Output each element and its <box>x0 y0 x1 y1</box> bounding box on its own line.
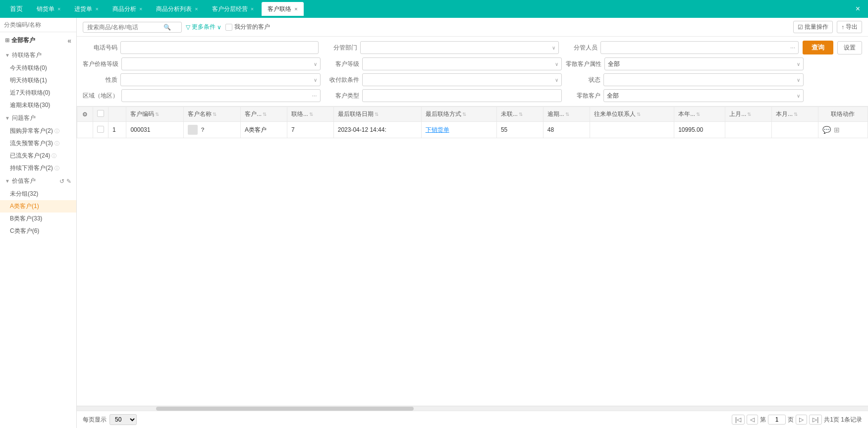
col-this-year[interactable]: 本年...⇅ <box>674 107 725 122</box>
grid-action-icon[interactable]: ⊞ <box>834 126 840 134</box>
nav-tab-customer-mgmt[interactable]: 客户分层经营 × <box>206 2 260 16</box>
filter-dept-select[interactable]: ∨ <box>360 41 558 54</box>
retail-arrow-icon: ∨ <box>797 93 800 99</box>
per-page-label: 每页显示 <box>83 416 107 424</box>
nav-tab-customer-mgmt-close[interactable]: × <box>251 6 254 12</box>
filter-nature-select[interactable]: ∨ <box>120 73 321 86</box>
sidebar-search-input[interactable] <box>4 21 77 28</box>
nav-tab-purchase-close[interactable]: × <box>95 6 98 12</box>
col-name[interactable]: 客户名称⇅ <box>183 107 240 122</box>
edit-icon[interactable]: ✎ <box>66 178 71 185</box>
price-arrow-icon: ∨ <box>314 61 317 67</box>
nav-tab-purchase-label: 进货单 <box>74 5 92 13</box>
col-code[interactable]: 客户编码⇅ <box>126 107 183 122</box>
nav-tab-customer-contact[interactable]: 客户联络 × <box>262 2 303 16</box>
last-page-btn[interactable]: ▷| <box>809 415 822 425</box>
filter-customer-type-input[interactable] <box>362 89 562 102</box>
nav-home[interactable]: 首页 <box>4 2 29 16</box>
filter-price-level-select[interactable]: ∨ <box>121 57 321 70</box>
cell-check[interactable] <box>93 122 108 138</box>
col-last-month[interactable]: 上月...⇅ <box>725 107 772 122</box>
cell-last-method[interactable]: 下销货单 <box>421 122 496 138</box>
filter-customer-level-select[interactable]: ∨ <box>362 57 562 70</box>
filter-status-select[interactable]: ∨ <box>603 73 804 86</box>
filter-region-select[interactable]: ··· <box>121 89 321 102</box>
adv-filter-row-4: 区域（地区） ··· 客户类型 零散客户 全部 ∨ <box>83 89 862 102</box>
filter-payment: 收付款条件 ∨ <box>325 73 562 86</box>
status-arrow-icon: ∨ <box>797 77 800 83</box>
export-button[interactable]: ↑ 导出 <box>837 21 862 33</box>
col-last-date[interactable]: 最后联络日期⇅ <box>333 107 421 122</box>
sidebar-item-unclassified[interactable]: 未分组(32) <box>0 188 76 200</box>
my-customer-checkbox[interactable] <box>225 24 232 31</box>
sidebar-section-problem[interactable]: ▼ 问题客户 <box>0 111 76 125</box>
col-contact[interactable]: 联络...⇅ <box>287 107 333 122</box>
my-customer-label: 我分管的客户 <box>234 23 270 31</box>
sidebar-item-class-a[interactable]: A类客户(1) <box>0 200 76 213</box>
filter-more-btn[interactable]: ▽ 更多条件 ∨ <box>186 23 221 31</box>
sidebar-item-declining[interactable]: 持续下滑客户(2) ⓘ <box>0 162 76 174</box>
sidebar-collapse-btn[interactable]: « <box>67 37 71 45</box>
page-number-input[interactable] <box>768 415 786 425</box>
filter-my-customer[interactable]: 我分管的客户 <box>225 23 270 31</box>
col-category[interactable]: 客户...⇅ <box>241 107 287 122</box>
uncontacted-sort-icon: ⇅ <box>519 111 523 117</box>
next-page-btn[interactable]: ▷ <box>796 415 807 425</box>
sidebar-item-churn-warning[interactable]: 流失预警客户(3) ⓘ <box>0 137 76 150</box>
filter-person-select[interactable]: ··· <box>600 41 799 54</box>
setting-button[interactable]: 设置 <box>837 41 862 54</box>
filter-phone-input[interactable] <box>120 41 319 54</box>
last-method-link[interactable]: 下销货单 <box>426 126 449 133</box>
col-overdue[interactable]: 逾期...⇅ <box>543 107 590 122</box>
nav-tab-purchase[interactable]: 进货单 × <box>68 2 104 16</box>
scrollbar-thumb[interactable] <box>156 407 414 411</box>
sidebar-item-class-b[interactable]: B类客户(33) <box>0 213 76 225</box>
message-icon[interactable]: 💬 <box>822 126 831 134</box>
filter-retail-attr-label: 零散客户属性 <box>566 60 601 68</box>
nav-tab-analysis[interactable]: 商品分析 × <box>107 2 148 16</box>
nav-tab-analysis-close[interactable]: × <box>139 6 142 12</box>
sidebar-section-value[interactable]: ▼ 价值客户 ↺ ✎ <box>0 174 76 188</box>
sidebar-item-tomorrow[interactable]: 明天待联络(1) <box>0 74 76 87</box>
filter-search-icon[interactable]: 🔍 <box>163 24 171 31</box>
nav-tab-sales[interactable]: 销货单 × <box>31 2 66 16</box>
per-page-select[interactable]: 50 100 200 <box>109 414 137 425</box>
sidebar-item-7days[interactable]: 近7天待联络(0) <box>0 87 76 99</box>
nav-tab-customer-contact-close[interactable]: × <box>294 6 297 12</box>
sidebar-all-header: ⊞ 全部客户 « <box>0 32 76 49</box>
filter-payment-select[interactable]: ∨ <box>362 73 562 86</box>
query-button[interactable]: 查询 <box>803 41 833 54</box>
page-label-suffix: 页 <box>788 416 794 424</box>
check-all-checkbox[interactable] <box>97 110 104 117</box>
sidebar-item-hoarding[interactable]: 囤购异常客户(2) ⓘ <box>0 125 76 137</box>
batch-op-button[interactable]: ☑ 批量操作 <box>793 21 833 33</box>
sidebar-item-churned[interactable]: 已流失客户(24) ⓘ <box>0 150 76 162</box>
sidebar-section-pending[interactable]: ▼ 待联络客户 <box>0 49 76 62</box>
this-month-sort-icon: ⇅ <box>794 111 798 117</box>
first-page-btn[interactable]: |◁ <box>732 415 745 425</box>
col-this-month[interactable]: 本月...⇅ <box>772 107 818 122</box>
col-uncontacted[interactable]: 未联...⇅ <box>496 107 543 122</box>
row-checkbox[interactable] <box>97 126 104 133</box>
nav-tab-sales-close[interactable]: × <box>57 6 60 12</box>
filter-retail-select[interactable]: 全部 ∨ <box>603 89 804 102</box>
sidebar-item-class-c[interactable]: C类客户(6) <box>0 225 76 237</box>
nav-tab-analysis-list[interactable]: 商品分析列表 × <box>150 2 204 16</box>
info-icon-3: ⓘ <box>52 153 56 160</box>
last-method-sort-icon: ⇅ <box>462 111 466 117</box>
refresh-icon[interactable]: ↺ <box>59 178 64 185</box>
filter-search-input[interactable] <box>87 24 162 31</box>
prev-page-btn[interactable]: ◁ <box>747 415 758 425</box>
close-all-button[interactable]: × <box>852 4 864 13</box>
nav-tab-analysis-list-close[interactable]: × <box>195 6 198 12</box>
col-unit-contact[interactable]: 往来单位联系人⇅ <box>590 107 674 122</box>
col-last-method[interactable]: 最后联络方式⇅ <box>421 107 496 122</box>
adv-filter-row-1: 电话号码 分管部门 ∨ 分管人员 ··· 查 <box>83 41 862 54</box>
filter-retail-attr-select[interactable]: 全部 ∨ <box>604 57 804 70</box>
sidebar-item-overdue[interactable]: 逾期未联络(30) <box>0 99 76 111</box>
cell-gear <box>77 122 93 138</box>
col-gear[interactable]: ⚙ <box>77 107 93 122</box>
col-check-all[interactable] <box>93 107 108 122</box>
sidebar-item-today[interactable]: 今天待联络(0) <box>0 62 76 74</box>
filter-phone: 电话号码 <box>83 41 319 54</box>
